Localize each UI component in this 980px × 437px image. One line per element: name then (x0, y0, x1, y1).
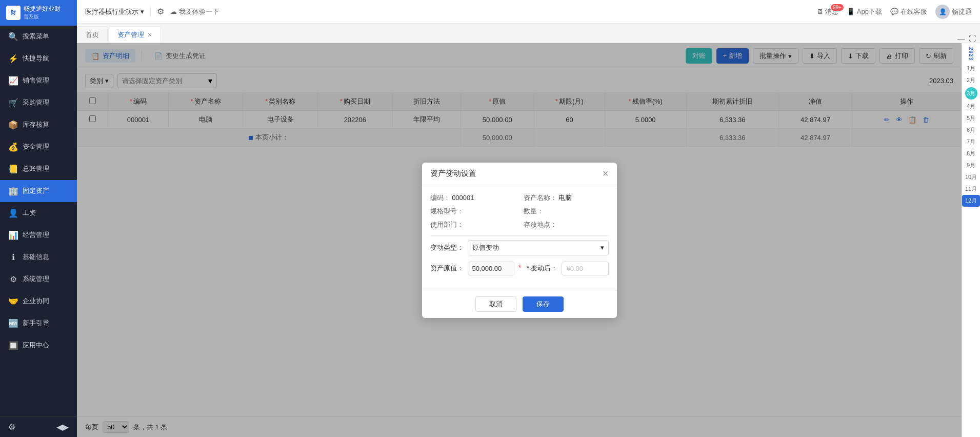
logo-app-name: 畅捷通好业财 (24, 5, 61, 13)
modal-asset-value-row: 资产原值： 50,000.00 * * 变动后： (430, 262, 609, 275)
cal-month-9[interactable]: 9月 (962, 160, 980, 171)
sidebar-item-inventory-label: 库存核算 (23, 120, 49, 129)
sidebar-item-ledger-label: 总账管理 (23, 164, 49, 173)
sidebar: 财 畅捷通好业财 普及版 🔍 搜索菜单 ⚡ 快捷导航 📈 销售管理 🛒 采购管理… (0, 0, 77, 437)
sidebar-item-sales-label: 销售管理 (23, 76, 49, 85)
topbar-message[interactable]: 🖥 消息 99+ (816, 7, 838, 16)
feedback-cloud-icon: ☁ (170, 8, 177, 15)
ledger-icon: 📒 (8, 164, 18, 174)
sidebar-item-payroll[interactable]: 👤 工资 (0, 202, 77, 224)
modal-header: 资产变动设置 ✕ (422, 163, 617, 185)
modal-change-type-label: 变动类型： (430, 243, 464, 252)
cal-year-label: 2023 (968, 47, 974, 61)
modal-change-type-dropdown-icon: ▾ (601, 244, 604, 251)
sidebar-item-inventory[interactable]: 📦 库存核算 (0, 114, 77, 136)
tabbar: 首页 资产管理 ✕ — ⛶ (77, 24, 980, 43)
modal-change-type-row: 变动类型： 原值变动 ▾ (430, 240, 609, 255)
operations-icon: 📊 (8, 230, 18, 240)
sidebar-item-fixed-assets[interactable]: 🏢 固定资产 (0, 180, 77, 202)
topbar-user[interactable]: 👤 畅捷通 (935, 5, 972, 19)
topbar-divider (150, 7, 151, 17)
modal-info-grid: 编码： 000001 资产名称： 电脑 规格型号： (430, 193, 609, 229)
tab-home-label: 首页 (86, 30, 99, 39)
modal-code-value: 000001 (452, 194, 474, 202)
topbar-right: 🖥 消息 99+ 📱 App下载 💬 在线客服 👤 畅捷通 (816, 5, 972, 19)
topbar-feedback[interactable]: ☁ 我要体验一下 (170, 7, 219, 16)
modal-code-label: 编码： (430, 194, 450, 202)
modal-body: 编码： 000001 资产名称： 电脑 规格型号： (422, 185, 617, 290)
basic-info-icon: ℹ (8, 252, 18, 262)
modal-location-item: 存放地点： (524, 220, 609, 229)
modal-asset-value-amount: 50,000.00 (472, 265, 502, 272)
sidebar-settings-icon[interactable]: ⚙ (8, 422, 15, 432)
sidebar-item-operations[interactable]: 📊 经营管理 (0, 224, 77, 246)
modal-change-type-input[interactable]: 原值变动 ▾ (468, 240, 609, 255)
modal-title: 资产变动设置 (430, 169, 476, 178)
fixed-assets-icon: 🏢 (8, 186, 18, 196)
tab-close-icon[interactable]: ✕ (147, 31, 152, 38)
sales-icon: 📈 (8, 76, 18, 86)
cal-month-7[interactable]: 7月 (962, 136, 980, 148)
logo-edition: 普及版 (24, 13, 61, 21)
sidebar-item-basic-info[interactable]: ℹ 基础信息 (0, 246, 77, 268)
quicknav-icon: ⚡ (8, 54, 18, 64)
message-icon: 🖥 (816, 8, 823, 15)
online-service-icon: 💬 (890, 8, 898, 15)
sidebar-item-payroll-label: 工资 (23, 208, 36, 217)
tabbar-right: — ⛶ (957, 34, 980, 43)
modal-after-change-input[interactable] (562, 262, 608, 275)
modal-cancel-button[interactable]: 取消 (475, 296, 516, 312)
sidebar-item-app-center[interactable]: 🔲 应用中心 (0, 334, 77, 356)
tab-minimize-icon[interactable]: — (957, 34, 965, 43)
content-area: 📋 资产明细 📄 变更生成凭证 对账 + 新增 批量操作 (77, 43, 980, 437)
sidebar-item-operations-label: 经营管理 (23, 230, 49, 240)
cal-month-8[interactable]: 8月 (962, 148, 980, 160)
tab-asset-management[interactable]: 资产管理 ✕ (109, 26, 161, 43)
topbar-settings-icon[interactable]: ⚙ (157, 7, 164, 16)
sidebar-item-search[interactable]: 🔍 搜索菜单 (0, 26, 77, 48)
modal-dept-label: 使用部门： (430, 221, 464, 228)
logo-text-wrap: 畅捷通好业财 普及版 (24, 5, 61, 21)
cal-month-3[interactable]: 3月 (965, 87, 977, 100)
cal-month-5[interactable]: 5月 (962, 112, 980, 124)
app-center-icon: 🔲 (8, 341, 18, 350)
sidebar-item-enterprise[interactable]: 🤝 企业协同 (0, 290, 77, 312)
tab-home[interactable]: 首页 (77, 26, 108, 43)
modal-save-button[interactable]: 保存 (523, 296, 564, 312)
user-avatar: 👤 (935, 5, 950, 19)
modal-asset-value-display: 50,000.00 (468, 262, 514, 275)
guide-icon: 🆕 (8, 319, 18, 328)
calendar-strip: 2023 1月 2月 3月 4月 5月 6月 7月 8月 9月 10月 11月 … (962, 43, 980, 437)
sidebar-item-funds-label: 资金管理 (23, 142, 49, 151)
sidebar-item-purchase[interactable]: 🛒 采购管理 (0, 92, 77, 114)
topbar-app-download[interactable]: 📱 App下载 (847, 7, 882, 16)
sidebar-item-guide[interactable]: 🆕 新手引导 (0, 312, 77, 334)
sidebar-item-ledger[interactable]: 📒 总账管理 (0, 158, 77, 180)
modal-close-button[interactable]: ✕ (602, 169, 609, 178)
sidebar-item-sales[interactable]: 📈 销售管理 (0, 70, 77, 92)
cal-month-1[interactable]: 1月 (962, 63, 980, 74)
cal-month-2[interactable]: 2月 (962, 74, 980, 86)
sidebar-item-quicknav[interactable]: ⚡ 快捷导航 (0, 48, 77, 70)
cal-month-4[interactable]: 4月 (962, 101, 980, 112)
modal-cancel-label: 取消 (489, 300, 503, 309)
tab-maximize-icon[interactable]: ⛶ (969, 34, 976, 43)
company-name: 医疗器械行业演示 (85, 7, 138, 16)
topbar-online-service[interactable]: 💬 在线客服 (890, 7, 927, 16)
sidebar-collapse-icon[interactable]: ◀▶ (56, 422, 69, 432)
modal-after-change-field[interactable] (566, 265, 604, 272)
cal-month-12[interactable]: 12月 (962, 195, 980, 207)
cal-month-11[interactable]: 11月 (962, 183, 980, 195)
cal-month-10[interactable]: 10月 (962, 171, 980, 183)
topbar-company[interactable]: 医疗器械行业演示 ▾ (85, 7, 144, 16)
sidebar-item-funds[interactable]: 💰 资金管理 (0, 136, 77, 158)
enterprise-icon: 🤝 (8, 296, 18, 306)
cal-month-6[interactable]: 6月 (962, 124, 980, 136)
sidebar-item-guide-label: 新手引导 (23, 319, 49, 328)
inventory-icon: 📦 (8, 120, 18, 130)
modal-location-label: 存放地点： (524, 221, 557, 228)
modal-quantity-item: 数量： (524, 207, 609, 216)
sidebar-item-system[interactable]: ⚙ 系统管理 (0, 268, 77, 290)
sidebar-bottom: ⚙ ◀▶ (0, 416, 77, 437)
message-badge: 99+ (831, 4, 844, 11)
